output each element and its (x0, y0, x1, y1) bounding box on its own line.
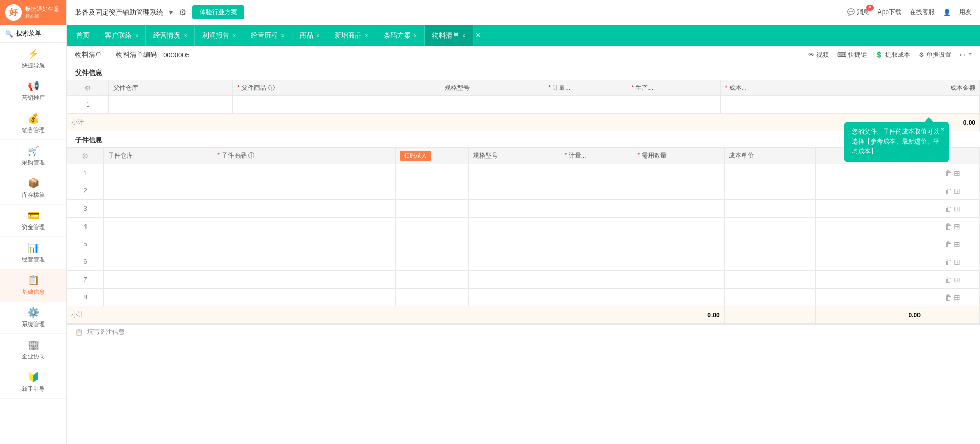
child-product-cell[interactable] (213, 235, 396, 253)
sidebar-item-basic[interactable]: 📋 基础信息 (0, 269, 66, 302)
system-select-icon[interactable]: ▾ (169, 9, 173, 16)
child-warehouse-cell[interactable] (104, 271, 213, 289)
tab-product[interactable]: 商品× (292, 25, 327, 46)
sidebar-item-purchase[interactable]: 🛒 采购管理 (0, 140, 66, 172)
child-unit-cell[interactable] (560, 253, 633, 271)
single-settings-btn[interactable]: ⚙单据设置 (918, 51, 951, 59)
tab-barcode[interactable]: 条码方案× (376, 25, 425, 46)
child-spec-cell[interactable] (469, 253, 560, 271)
parent-warehouse-cell[interactable] (108, 96, 233, 114)
child-unitprice-cell[interactable] (724, 200, 815, 218)
child-spec-cell[interactable] (469, 218, 560, 235)
message-badge[interactable]: 💬 6 消息 (847, 8, 869, 17)
tab-close-icon[interactable]: × (414, 32, 417, 39)
child-qty-cell[interactable] (633, 271, 724, 289)
tab-close-icon[interactable]: × (232, 32, 236, 39)
delete-icon[interactable]: 🗑 (945, 293, 952, 302)
delete-icon[interactable]: 🗑 (945, 205, 952, 213)
search-menu[interactable]: 🔍 搜索菜单 (0, 25, 66, 43)
settings-icon[interactable]: ⚙ (179, 7, 186, 17)
tab-close-icon[interactable]: × (462, 32, 466, 39)
child-qty-cell[interactable] (633, 182, 724, 200)
child-amount-cell[interactable] (815, 289, 925, 306)
parent-product-cell[interactable] (233, 96, 440, 114)
tab-new-product[interactable]: 新增商品× (327, 25, 376, 46)
breadcrumb-bom[interactable]: 物料清单 (75, 50, 102, 59)
tab-close-icon[interactable]: × (316, 32, 320, 39)
tooltip-close-btn[interactable]: × (940, 124, 945, 135)
child-qty-cell[interactable] (633, 289, 724, 306)
copy-icon[interactable]: ⊞ (954, 275, 960, 284)
child-amount-cell[interactable] (815, 182, 925, 200)
child-spec-cell[interactable] (469, 200, 560, 218)
child-product-cell[interactable] (213, 253, 396, 271)
child-amount-cell[interactable] (815, 164, 925, 182)
scan-btn[interactable]: 扫码录入 (400, 151, 431, 161)
sidebar-item-inventory[interactable]: 📦 库存核算 (0, 172, 66, 205)
app-download-link[interactable]: App下载 (878, 8, 901, 17)
child-amount-cell[interactable] (815, 271, 925, 289)
child-warehouse-cell[interactable] (104, 182, 213, 200)
child-warehouse-cell[interactable] (104, 235, 213, 253)
child-warehouse-cell[interactable] (104, 289, 213, 306)
copy-icon[interactable]: ⊞ (954, 222, 960, 231)
child-unit-cell[interactable] (560, 182, 633, 200)
sidebar-item-quick-nav[interactable]: ⚡ 快捷导航 (0, 43, 66, 75)
tab-customer[interactable]: 客户联络× (97, 25, 146, 46)
child-unit-cell[interactable] (560, 271, 633, 289)
child-warehouse-cell[interactable] (104, 253, 213, 271)
tab-history[interactable]: 经营历程× (243, 25, 292, 46)
child-spec-cell[interactable] (469, 182, 560, 200)
child-unit-cell[interactable] (560, 164, 633, 182)
child-product-cell[interactable] (213, 164, 396, 182)
nav-list-btn[interactable]: ≡ (968, 51, 972, 58)
tab-close-icon[interactable]: × (281, 32, 284, 39)
copy-icon[interactable]: ⊞ (954, 258, 960, 266)
child-product-cell[interactable] (213, 271, 396, 289)
parent-unit-cell[interactable] (544, 96, 627, 114)
child-unitprice-cell[interactable] (724, 271, 815, 289)
copy-icon[interactable]: ⊞ (954, 169, 960, 177)
parent-spec-cell[interactable] (440, 96, 544, 114)
child-unitprice-cell[interactable] (724, 164, 815, 182)
child-amount-cell[interactable] (815, 200, 925, 218)
parent-col-settings[interactable]: ⚙ (67, 80, 109, 96)
view-btn[interactable]: 👁视频 (808, 51, 829, 59)
bottom-text[interactable]: 填写备注信息 (87, 328, 125, 337)
close-all-tabs-icon[interactable]: × (476, 31, 481, 40)
child-unit-cell[interactable] (560, 235, 633, 253)
delete-icon[interactable]: 🗑 (945, 169, 952, 177)
child-unitprice-cell[interactable] (724, 289, 815, 306)
child-spec-cell[interactable] (469, 164, 560, 182)
tab-home[interactable]: 首页 (69, 25, 97, 46)
child-unit-cell[interactable] (560, 200, 633, 218)
extract-cost-btn[interactable]: 💲提取成本 (875, 51, 910, 59)
copy-icon[interactable]: ⊞ (954, 205, 960, 213)
copy-icon[interactable]: ⊞ (954, 187, 960, 195)
parent-amount-cell[interactable] (855, 96, 980, 114)
child-qty-cell[interactable] (633, 253, 724, 271)
child-product-cell[interactable] (213, 182, 396, 200)
child-warehouse-cell[interactable] (104, 218, 213, 235)
tab-close-icon[interactable]: × (183, 32, 187, 39)
tab-close-icon[interactable]: × (365, 32, 368, 39)
delete-icon[interactable]: 🗑 (945, 187, 952, 195)
copy-icon[interactable]: ⊞ (954, 240, 960, 248)
child-amount-cell[interactable] (815, 218, 925, 235)
copy-icon[interactable]: ⊞ (954, 293, 960, 302)
sidebar-item-marketing[interactable]: 📢 营销推广 (0, 75, 66, 107)
sidebar-item-guide[interactable]: 🔰 新手引导 (0, 366, 66, 399)
sidebar-item-operation[interactable]: 📊 经营管理 (0, 237, 66, 269)
online-service-link[interactable]: 在线客服 (910, 8, 935, 17)
delete-icon[interactable]: 🗑 (945, 222, 952, 231)
shortcut-btn[interactable]: ⌨快捷键 (837, 51, 867, 59)
tab-operation[interactable]: 经营情况× (146, 25, 194, 46)
nav-prev-btn[interactable]: ‹ (960, 51, 962, 58)
child-qty-cell[interactable] (633, 200, 724, 218)
child-col-settings[interactable]: ⚙ (67, 148, 104, 164)
child-warehouse-cell[interactable] (104, 200, 213, 218)
child-unitprice-cell[interactable] (724, 182, 815, 200)
child-qty-cell[interactable] (633, 235, 724, 253)
tab-profit[interactable]: 利润报告× (195, 25, 243, 46)
child-unit-cell[interactable] (560, 218, 633, 235)
